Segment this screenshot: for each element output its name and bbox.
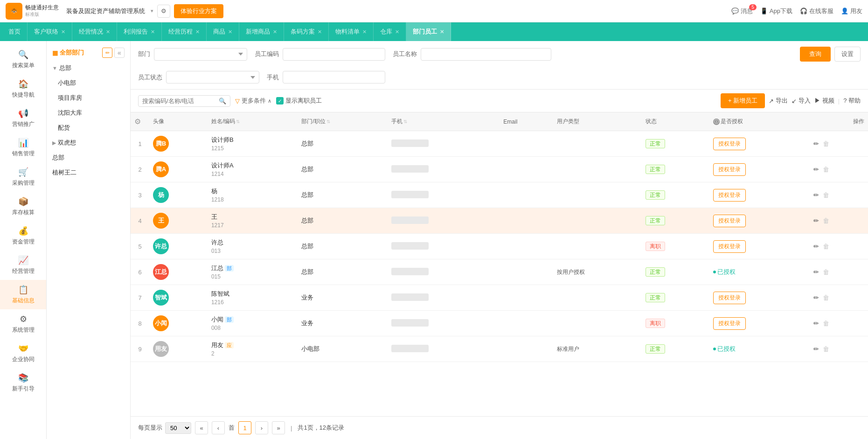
tab-home[interactable]: 首页 — [2, 22, 28, 41]
nav-item-basic[interactable]: 📋 基础信息 — [0, 280, 46, 309]
tab-history[interactable]: 经营历程 ✕ — [162, 22, 207, 41]
dept-edit-button[interactable]: ✏ — [102, 48, 112, 58]
nav-item-collab[interactable]: 🤝 企业协同 — [0, 339, 46, 368]
edit-button[interactable]: ✏ — [813, 268, 819, 276]
delete-button[interactable]: 🗑 — [823, 294, 829, 301]
app-download-btn[interactable]: 📱 App下载 — [760, 7, 792, 15]
more-filter-btn[interactable]: ▽ 更多条件 ∧ — [235, 97, 271, 105]
delete-button[interactable]: 🗑 — [823, 345, 829, 353]
query-button[interactable]: 查询 — [800, 47, 831, 62]
tab-goods[interactable]: 商品 ✕ — [207, 22, 239, 41]
tree-item-xiaodian[interactable]: 小电部 — [47, 76, 130, 91]
authorize-button[interactable]: 授权登录 — [713, 292, 746, 304]
column-settings-icon[interactable]: ⚙ — [134, 118, 141, 125]
trial-button[interactable]: 体验行业方案 — [174, 4, 223, 18]
edit-button[interactable]: ✏ — [813, 243, 819, 250]
delete-button[interactable]: 🗑 — [823, 166, 829, 173]
edit-button[interactable]: ✏ — [813, 191, 819, 199]
nav-item-shortcut[interactable]: 🏠 快捷导航 — [0, 74, 46, 104]
nav-item-search[interactable]: 🔍 搜索菜单 — [0, 45, 46, 74]
tab-warehouse[interactable]: 仓库 ✕ — [374, 22, 406, 41]
tree-item-shenyang[interactable]: 沈阳大库 — [47, 105, 130, 120]
per-page-select[interactable]: 50 100 200 — [165, 422, 191, 434]
nav-item-marketing[interactable]: 📢 营销推广 — [0, 104, 46, 133]
th-phone[interactable]: 手机 ⇅ — [388, 112, 500, 131]
edit-button[interactable]: ✏ — [813, 345, 819, 353]
tab-new-goods[interactable]: 新增商品 ✕ — [239, 22, 284, 41]
filter-phone-input[interactable] — [283, 71, 385, 84]
nav-item-system[interactable]: ⚙ 系统管理 — [0, 309, 46, 339]
edit-button[interactable]: ✏ — [813, 166, 819, 173]
authorize-button[interactable]: 授权登录 — [713, 163, 746, 176]
sort-dept-pos[interactable]: 部门/职位 ⇅ — [301, 118, 384, 125]
first-page-button[interactable]: « — [195, 421, 208, 434]
toolbar-search[interactable]: 🔍 — [138, 95, 230, 107]
delete-button[interactable]: 🗑 — [823, 191, 829, 199]
tab-barcode-close[interactable]: ✕ — [318, 29, 322, 35]
reset-button[interactable]: 设置 — [834, 47, 861, 62]
delete-button[interactable]: 🗑 — [823, 320, 829, 327]
prev-page-button[interactable]: ‹ — [212, 421, 225, 434]
export-button[interactable]: ↗ 导出 — [769, 97, 788, 105]
edit-button[interactable]: ✏ — [813, 294, 819, 301]
next-page-button[interactable]: › — [255, 421, 268, 434]
tab-barcode[interactable]: 条码方案 ✕ — [284, 22, 329, 41]
delete-button[interactable]: 🗑 — [823, 140, 829, 147]
authorize-button[interactable]: 授权登录 — [713, 240, 746, 253]
tree-item-zonbu2[interactable]: 总部 — [47, 150, 130, 165]
tree-item-xiangmu[interactable]: 项目库房 — [47, 91, 130, 105]
show-resigned-toggle[interactable]: ✓ 显示离职员工 — [276, 97, 322, 105]
user-btn[interactable]: 👤 用友 — [841, 7, 862, 15]
tab-bom[interactable]: 物料清单 ✕ — [329, 22, 374, 41]
online-service-btn[interactable]: 🎧 在线客服 — [800, 7, 833, 15]
filter-status-select[interactable] — [166, 71, 259, 84]
nav-item-sales[interactable]: 📊 销售管理 — [0, 133, 46, 162]
th-name-code[interactable]: 姓名/编码 ⇅ — [208, 112, 298, 131]
nav-item-inventory[interactable]: 📦 库存核算 — [0, 192, 46, 221]
delete-button[interactable]: 🗑 — [823, 217, 829, 224]
tree-item-zonbu[interactable]: ▼ 总部 — [47, 61, 130, 76]
gear-button[interactable]: ⚙ — [157, 5, 170, 18]
dept-collapse-button[interactable]: « — [114, 48, 125, 58]
th-dept-pos[interactable]: 部门/职位 ⇅ — [298, 112, 388, 131]
edit-button[interactable]: ✏ — [813, 140, 819, 147]
authorize-button[interactable]: 授权登录 — [713, 317, 746, 330]
tab-dept-employee-close[interactable]: ✕ — [440, 29, 444, 35]
view-button[interactable]: ▶ 视频 — [814, 97, 834, 105]
edit-button[interactable]: ✏ — [813, 217, 819, 224]
tab-dept-employee[interactable]: 部门员工 ✕ — [406, 22, 451, 41]
tab-customer[interactable]: 客户联络 ✕ — [28, 22, 72, 41]
sort-phone[interactable]: 手机 ⇅ — [391, 118, 496, 125]
tab-operation-close[interactable]: ✕ — [106, 29, 110, 35]
authorize-button[interactable]: 授权登录 — [713, 215, 746, 227]
authorize-button[interactable]: 授权登录 — [713, 138, 746, 150]
import-button[interactable]: ↙ 导入 — [792, 97, 811, 105]
filter-emp-code-input[interactable] — [283, 48, 385, 61]
delete-button[interactable]: 🗑 — [823, 243, 829, 250]
edit-button[interactable]: ✏ — [813, 320, 819, 327]
tab-goods-close[interactable]: ✕ — [228, 29, 232, 35]
tab-profit[interactable]: 利润报告 ✕ — [117, 22, 162, 41]
message-btn[interactable]: 💬 消息 5 — [731, 7, 753, 15]
tab-customer-close[interactable]: ✕ — [61, 29, 65, 35]
tab-new-goods-close[interactable]: ✕ — [273, 29, 277, 35]
tab-warehouse-close[interactable]: ✕ — [395, 29, 399, 35]
last-page-button[interactable]: » — [272, 421, 285, 434]
filter-dept-select[interactable] — [154, 48, 247, 61]
tab-profit-close[interactable]: ✕ — [151, 29, 155, 35]
tab-bom-close[interactable]: ✕ — [362, 29, 367, 35]
filter-emp-name-input[interactable] — [421, 48, 551, 61]
tab-operation[interactable]: 经营情况 ✕ — [72, 22, 117, 41]
search-input[interactable] — [142, 98, 217, 105]
nav-item-business[interactable]: 📈 经营管理 — [0, 251, 46, 280]
delete-button[interactable]: 🗑 — [823, 268, 829, 276]
tree-item-shuanghu[interactable]: ▶ 双虎想 — [47, 135, 130, 150]
tree-item-zhishu[interactable]: 植树王二 — [47, 165, 130, 180]
tab-history-close[interactable]: ✕ — [195, 29, 200, 35]
tree-item-peihuo[interactable]: 配货 — [47, 120, 130, 135]
more-button[interactable]: ? 帮助 — [843, 97, 861, 105]
nav-item-guide[interactable]: 📚 新手引导 — [0, 368, 46, 397]
add-employee-button[interactable]: + 新增员工 — [721, 93, 765, 108]
authorize-button[interactable]: 授权登录 — [713, 189, 746, 202]
nav-item-finance[interactable]: 💰 资金管理 — [0, 221, 46, 251]
